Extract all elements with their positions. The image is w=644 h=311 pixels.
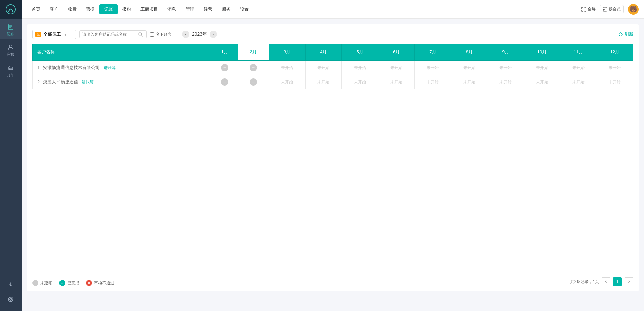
table-row: 1 安徽畅捷通信息技术有限公司 进账簿 − − 未开始 <box>33 61 633 75</box>
legend-completed: ✓ 已完成 <box>59 280 79 286</box>
sidebar-item-audit[interactable]: 审核 <box>0 39 22 60</box>
col-feb: 2月 <box>238 44 269 61</box>
top-navbar: 首页 客户 收费 票据 记账 报税 工商项目 消息 管理 经营 服务 设置 全屏… <box>22 0 644 19</box>
fullscreen-button[interactable]: 全屏 <box>581 6 596 12</box>
vip-icon: ▶ <box>603 7 607 12</box>
ledger-icon <box>7 23 14 30</box>
not-started-label: 未开始 <box>499 65 512 70</box>
legend-rejected-label: 审核不通过 <box>94 280 114 286</box>
status-aug-2: 未开始 <box>451 75 487 89</box>
status-jul-2: 未开始 <box>414 75 451 89</box>
nav-ledger[interactable]: 记账 <box>99 4 118 14</box>
sidebar-item-download[interactable] <box>0 277 22 291</box>
status-mar-2: 未开始 <box>269 75 305 89</box>
nav-business[interactable]: 工商项目 <box>136 4 163 14</box>
user-avatar[interactable]: 🐻 <box>628 4 639 15</box>
audit-icon <box>7 43 14 51</box>
not-started-label: 未开始 <box>281 65 293 70</box>
table-body: 1 安徽畅捷通信息技术有限公司 进账簿 − − 未开始 <box>33 61 633 89</box>
col-jul: 7月 <box>414 44 451 61</box>
nav-operate[interactable]: 经营 <box>199 4 217 14</box>
nav-home[interactable]: 首页 <box>27 4 45 14</box>
footer-legend: − 未建账 ✓ 已完成 ✕ 审核不通过 <box>32 280 114 286</box>
col-nov: 11月 <box>560 44 597 61</box>
status-sep-1: 未开始 <box>487 61 524 75</box>
enter-ledger-link-2[interactable]: 进账簿 <box>82 80 94 84</box>
nav-settings[interactable]: 设置 <box>235 4 253 14</box>
vip-button[interactable]: ▶ 畅会员 <box>600 5 624 13</box>
status-sep-2: 未开始 <box>487 75 524 89</box>
not-started-label: 未开始 <box>317 80 329 84</box>
not-started-label: 未开始 <box>390 80 402 84</box>
sidebar-item-audit-label: 审核 <box>7 52 14 57</box>
legend-completed-label: 已完成 <box>67 280 79 286</box>
nav-manage[interactable]: 管理 <box>181 4 199 14</box>
fullscreen-icon <box>581 7 586 12</box>
sidebar-item-print-label: 打印 <box>7 73 14 78</box>
sidebar-item-ledger[interactable]: 记账 <box>0 19 22 39</box>
status-oct-1: 未开始 <box>524 61 560 75</box>
not-started-label: 未开始 <box>427 65 439 70</box>
legend-red-icon: ✕ <box>86 280 92 286</box>
toolbar: 全 全部员工 ▾ 名下账套 ‹ 2023年 <box>32 30 633 39</box>
search-icon[interactable] <box>138 32 143 37</box>
nav-billing[interactable]: 收费 <box>63 4 81 14</box>
status-mar-1: 未开始 <box>269 61 305 75</box>
client-cell-1: 1 安徽畅捷通信息技术有限公司 进账簿 <box>33 61 211 75</box>
not-started-label: 未开始 <box>536 80 548 84</box>
status-jun-2: 未开始 <box>378 75 414 89</box>
col-mar: 3月 <box>269 44 305 61</box>
status-dash-icon: − <box>250 64 257 71</box>
status-may-2: 未开始 <box>342 75 378 89</box>
sidebar-item-support[interactable] <box>0 291 22 306</box>
status-aug-1: 未开始 <box>451 61 487 75</box>
not-started-label: 未开始 <box>609 65 621 70</box>
nav-tax[interactable]: 报税 <box>118 4 136 14</box>
not-started-label: 未开始 <box>572 80 585 84</box>
current-month-badge: 2月 <box>249 47 258 57</box>
employee-badge: 全 <box>35 32 41 37</box>
col-may: 5月 <box>342 44 378 61</box>
nav-invoice[interactable]: 票据 <box>81 4 99 14</box>
fullscreen-label: 全屏 <box>588 6 596 12</box>
status-feb-1: − <box>238 61 269 75</box>
col-jan: 1月 <box>211 44 238 61</box>
legend-not-created: − 未建账 <box>32 280 52 286</box>
search-input-wrap <box>79 30 147 38</box>
refresh-button[interactable]: 刷新 <box>618 31 633 37</box>
col-sep: 9月 <box>487 44 524 61</box>
prev-year-button[interactable]: ‹ <box>182 31 189 38</box>
not-started-label: 未开始 <box>317 65 329 70</box>
page-content: 全 全部员工 ▾ 名下账套 ‹ 2023年 <box>22 19 644 311</box>
legend-green-icon: ✓ <box>59 280 65 286</box>
legend-gray-icon: − <box>32 280 38 286</box>
app-logo <box>0 0 22 19</box>
nav-message[interactable]: 消息 <box>163 4 181 14</box>
print-icon <box>7 64 14 71</box>
nav-client[interactable]: 客户 <box>45 4 63 14</box>
row-index-2: 2 <box>37 79 40 84</box>
own-accounts-label: 名下账套 <box>156 32 172 37</box>
col-apr: 4月 <box>305 44 341 61</box>
nav-service[interactable]: 服务 <box>217 4 235 14</box>
own-accounts-checkbox[interactable] <box>150 32 154 37</box>
not-started-label: 未开始 <box>463 80 475 84</box>
employee-select[interactable]: 全 全部员工 ▾ <box>32 30 76 39</box>
status-jan-2: − <box>211 75 238 89</box>
page-1-button[interactable]: 1 <box>613 277 622 286</box>
col-jun: 6月 <box>378 44 414 61</box>
prev-page-button[interactable]: < <box>602 277 610 286</box>
status-apr-2: 未开始 <box>305 75 341 89</box>
sidebar-item-print[interactable]: 打印 <box>0 60 22 80</box>
next-year-button[interactable]: › <box>210 31 217 38</box>
col-client-name: 客户名称 <box>33 44 211 61</box>
not-started-label: 未开始 <box>572 65 585 70</box>
enter-ledger-link-1[interactable]: 进账簿 <box>104 65 116 70</box>
sidebar-item-ledger-label: 记账 <box>7 32 14 37</box>
download-icon <box>7 281 14 289</box>
own-accounts-checkbox-label[interactable]: 名下账套 <box>150 32 172 37</box>
next-page-button[interactable]: > <box>625 277 633 286</box>
search-input[interactable] <box>82 32 136 37</box>
status-apr-1: 未开始 <box>305 61 341 75</box>
year-navigation: ‹ 2023年 › <box>182 31 217 38</box>
